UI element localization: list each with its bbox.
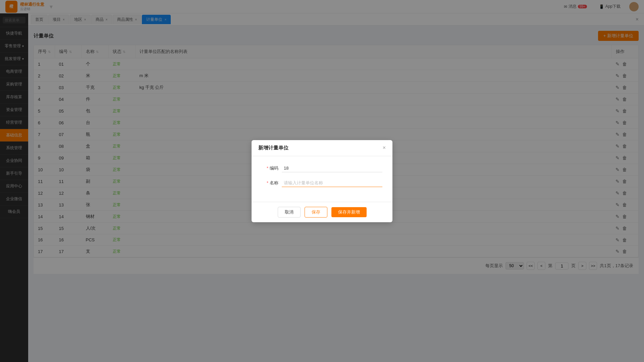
cancel-button[interactable]: 取消 — [278, 207, 301, 218]
form-code-input[interactable] — [282, 164, 382, 172]
required-mark-name: * — [267, 180, 268, 185]
modal-title: 新增计量单位 — [258, 145, 288, 151]
modal-header: 新增计量单位 × — [252, 140, 392, 156]
save-and-new-button[interactable]: 保存并新增 — [331, 207, 367, 217]
form-name-input[interactable] — [282, 179, 382, 187]
save-button[interactable]: 保存 — [305, 207, 327, 218]
form-name-label: *名称 — [262, 180, 278, 186]
modal-add-unit: 新增计量单位 × *编码 *名称 取消 保存 保存并新增 — [252, 140, 392, 222]
required-mark: * — [267, 166, 268, 171]
form-code-label: *编码 — [262, 165, 278, 171]
modal-footer: 取消 保存 保存并新增 — [252, 202, 392, 222]
form-row-code: *编码 — [262, 164, 382, 172]
modal-close-btn[interactable]: × — [383, 145, 386, 151]
form-row-name: *名称 — [262, 179, 382, 187]
modal-body: *编码 *名称 — [252, 156, 392, 202]
modal-overlay: 新增计量单位 × *编码 *名称 取消 保存 保存并新增 — [0, 0, 644, 362]
